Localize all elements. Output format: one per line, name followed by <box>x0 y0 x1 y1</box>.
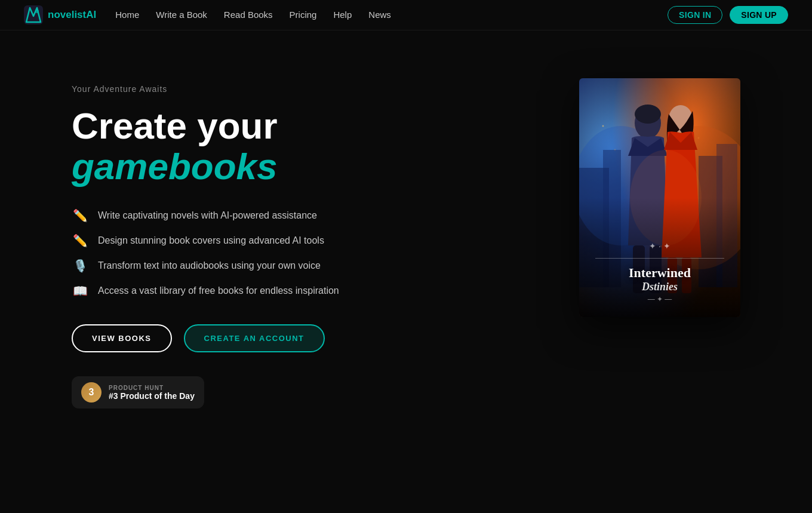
feature-item-1: ✏️ Write captivating novels with AI-powe… <box>72 208 406 223</box>
book-cover-image: ✦ · ✦ Interwined Dstinies — ✦ — <box>579 78 740 317</box>
feature-item-3: 🎙️ Transform text into audiobooks using … <box>72 259 406 273</box>
hero-content: Your Adventure Awaits Create your gamebo… <box>72 78 406 408</box>
nav-left: novelistAI Home Write a Book Read Books … <box>24 5 391 24</box>
cover-bottom-ornament: — ✦ — <box>599 293 721 304</box>
ph-text: PRODUCT HUNT #3 Product of the Day <box>109 385 195 401</box>
nav-news[interactable]: News <box>368 10 391 20</box>
pen-icon-2: ✏️ <box>72 234 88 248</box>
hero-heading: Create your gamebooks <box>72 106 406 187</box>
logo-icon <box>24 5 43 24</box>
logo-text: novelistAI <box>48 9 96 21</box>
nav-right: SIGN IN SIGN UP <box>668 6 788 24</box>
feature-item-2: ✏️ Design stunning book covers using adv… <box>72 234 406 248</box>
ph-medal: 3 <box>81 382 102 403</box>
ph-label: PRODUCT HUNT <box>109 385 195 391</box>
signin-button[interactable]: SIGN IN <box>668 6 722 24</box>
navbar: novelistAI Home Write a Book Read Books … <box>0 0 812 30</box>
view-books-button[interactable]: VIEW BOOKS <box>72 324 172 352</box>
feature-item-4: 📖 Access a vast library of free books fo… <box>72 284 406 298</box>
svg-point-11 <box>635 105 661 124</box>
cover-divider <box>595 258 724 259</box>
mic-icon: 🎙️ <box>72 259 88 273</box>
cover-title: Interwined Dstinies <box>588 265 733 293</box>
features-list: ✏️ Write captivating novels with AI-powe… <box>72 208 406 298</box>
hero-heading-highlight: gamebooks <box>72 146 278 187</box>
nav-pricing[interactable]: Pricing <box>290 10 317 20</box>
hero-section: Your Adventure Awaits Create your gamebo… <box>0 30 812 449</box>
hero-buttons: VIEW BOOKS CREATE AN ACCOUNT <box>72 324 406 352</box>
cover-ornament: ✦ · ✦ <box>599 241 721 251</box>
hero-book-cover: ✦ · ✦ Interwined Dstinies — ✦ — <box>579 78 740 317</box>
hero-heading-part1: Create your <box>72 105 278 146</box>
create-account-button[interactable]: CREATE AN ACCOUNT <box>184 324 325 352</box>
feature-text-3: Transform text into audiobooks using you… <box>98 260 321 271</box>
feature-text-1: Write captivating novels with AI-powered… <box>98 210 317 221</box>
book-icon: 📖 <box>72 284 88 298</box>
pen-icon-1: ✏️ <box>72 208 88 223</box>
signup-button[interactable]: SIGN UP <box>730 6 788 24</box>
cover-title-line2: Dstinies <box>588 281 733 293</box>
svg-point-2 <box>35 10 39 13</box>
cover-title-line1: Interwined <box>588 265 733 281</box>
product-hunt-badge[interactable]: 3 PRODUCT HUNT #3 Product of the Day <box>72 376 204 408</box>
feature-text-4: Access a vast library of free books for … <box>98 285 339 296</box>
nav-help[interactable]: Help <box>333 10 352 20</box>
ph-description: #3 Product of the Day <box>109 391 195 401</box>
nav-read-books[interactable]: Read Books <box>224 10 273 20</box>
nav-home[interactable]: Home <box>115 10 139 20</box>
logo-text-before: novelist <box>48 9 86 20</box>
nav-write-book[interactable]: Write a Book <box>156 10 207 20</box>
logo-highlight: AI <box>86 9 96 20</box>
nav-links: Home Write a Book Read Books Pricing Hel… <box>115 10 391 20</box>
feature-text-2: Design stunning book covers using advanc… <box>98 235 324 246</box>
cover-art: ✦ · ✦ Interwined Dstinies — ✦ — <box>579 78 740 317</box>
logo-link[interactable]: novelistAI <box>24 5 96 24</box>
hero-tagline: Your Adventure Awaits <box>72 84 406 94</box>
